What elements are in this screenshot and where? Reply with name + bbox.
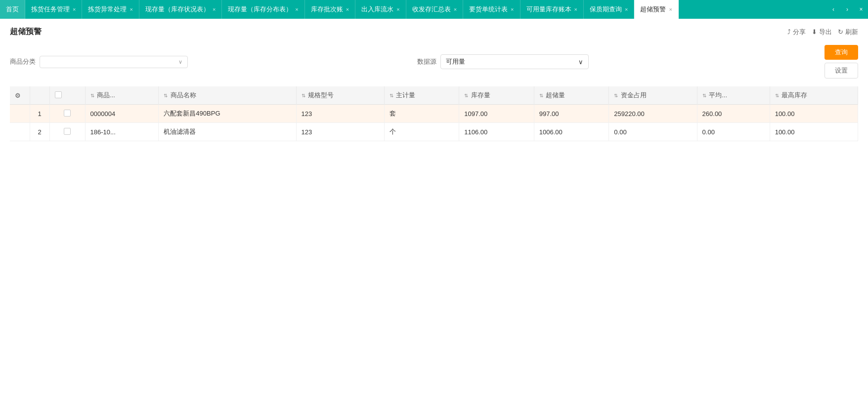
- share-button[interactable]: ⤴ 分享: [787, 28, 806, 37]
- close-icon[interactable]: ×: [73, 6, 76, 12]
- th-code[interactable]: ⇅ 商品...: [85, 86, 159, 105]
- page-title: 超储预警: [10, 27, 42, 37]
- nav-tab-available[interactable]: 可用量库存账本 ×: [521, 0, 584, 19]
- chevron-down-icon: ∨: [578, 58, 583, 66]
- datasource-label: 数据源: [417, 57, 436, 66]
- td-checkbox[interactable]: [49, 105, 85, 123]
- nav-tab-exception[interactable]: 拣货异常处理 ×: [82, 0, 139, 19]
- close-icon[interactable]: ×: [130, 6, 132, 12]
- td-unit: 个: [384, 123, 459, 141]
- datasource-select[interactable]: 可用量 ∨: [440, 54, 589, 69]
- td-over: 997.00: [534, 105, 609, 123]
- close-icon[interactable]: ×: [625, 6, 628, 12]
- nav-arrow-left[interactable]: ‹: [826, 0, 840, 19]
- nav-arrow-close[interactable]: ×: [854, 0, 868, 19]
- close-icon[interactable]: ×: [213, 6, 216, 12]
- td-spec: 123: [296, 123, 384, 141]
- sort-icon: ⇅: [390, 93, 393, 98]
- sort-icon: ⇅: [539, 93, 543, 98]
- td-capital: 259220.00: [609, 105, 697, 123]
- refresh-button[interactable]: ↻ 刷新: [838, 28, 858, 37]
- datasource-select-value: 可用量: [446, 57, 465, 66]
- row-checkbox[interactable]: [64, 110, 71, 117]
- td-avg: 260.00: [697, 105, 770, 123]
- filter-col-category: 商品分类 ∨: [10, 56, 407, 68]
- td-row-num: 2: [30, 123, 49, 141]
- td-stock: 1097.00: [459, 105, 534, 123]
- nav-tab-stock2[interactable]: 现存量（库存分布表） ×: [222, 0, 304, 19]
- setting-button[interactable]: 设置: [825, 63, 858, 79]
- nav-arrows: ‹ › ×: [826, 0, 868, 19]
- th-name[interactable]: ⇅ 商品名称: [159, 86, 296, 105]
- filter-col-datasource: 数据源 可用量 ∨: [417, 54, 815, 69]
- td-avg: 0.00: [697, 123, 770, 141]
- th-max[interactable]: ⇅ 最高库存: [770, 86, 858, 105]
- nav-tab-expiry[interactable]: 保质期查询 ×: [584, 0, 634, 19]
- page-content: 超储预警 ⤴ 分享 ⬇ 导出 ↻ 刷新 商品分类 ∨ 数据源: [0, 19, 868, 395]
- td-max: 100.00: [770, 123, 858, 141]
- td-code: 186-10...: [85, 123, 159, 141]
- close-icon[interactable]: ×: [669, 6, 672, 12]
- td-checkbox[interactable]: [49, 123, 85, 141]
- close-icon[interactable]: ×: [295, 6, 298, 12]
- th-over[interactable]: ⇅ 超储量: [534, 86, 609, 105]
- th-avg[interactable]: ⇅ 平均...: [697, 86, 770, 105]
- chevron-down-icon: ∨: [178, 59, 182, 65]
- nav-tab-summary[interactable]: 收发存汇总表 ×: [406, 0, 463, 19]
- close-icon[interactable]: ×: [396, 6, 399, 12]
- table-row: 1 0000004 六配套新昌490BPG 123 套 109: [10, 105, 858, 123]
- sort-icon: ⇅: [702, 93, 706, 98]
- td-code: 0000004: [85, 105, 159, 123]
- td-name: 机油滤清器: [159, 123, 296, 141]
- top-nav: 首页 拣货任务管理 × 拣货异常处理 × 现存量（库存状况表） × 现存量（库存…: [0, 0, 868, 19]
- nav-tab-home[interactable]: 首页: [0, 0, 25, 19]
- category-select[interactable]: ∨: [40, 56, 188, 68]
- table-header-row: ⚙ ⇅ 商品... ⇅ 商品名称 ⇅ 规格型号: [10, 86, 858, 105]
- th-stock[interactable]: ⇅ 库存量: [459, 86, 534, 105]
- td-spec: 123: [296, 105, 384, 123]
- category-label: 商品分类: [10, 57, 36, 66]
- th-unit[interactable]: ⇅ 主计量: [384, 86, 459, 105]
- sort-icon: ⇅: [614, 93, 618, 98]
- close-icon[interactable]: ×: [454, 6, 457, 12]
- close-icon[interactable]: ×: [346, 6, 349, 12]
- export-button[interactable]: ⬇ 导出: [812, 28, 832, 37]
- page-header: 超储预警 ⤴ 分享 ⬇ 导出 ↻ 刷新: [10, 27, 858, 37]
- nav-tab-flow[interactable]: 出入库流水 ×: [355, 0, 406, 19]
- select-all-checkbox[interactable]: [55, 91, 62, 98]
- row-checkbox[interactable]: [64, 128, 71, 135]
- sort-icon: ⇅: [90, 93, 94, 98]
- th-spec[interactable]: ⇅ 规格型号: [296, 86, 384, 105]
- filter-row: 商品分类 ∨ 数据源 可用量 ∨ 查询 设置: [10, 45, 858, 79]
- query-button[interactable]: 查询: [825, 45, 858, 60]
- gear-icon[interactable]: ⚙: [15, 92, 21, 99]
- td-empty: [10, 123, 30, 141]
- close-icon[interactable]: ×: [511, 6, 514, 12]
- nav-tab-task[interactable]: 拣货任务管理 ×: [25, 0, 82, 19]
- refresh-icon: ↻: [838, 28, 843, 36]
- td-over: 1006.00: [534, 123, 609, 141]
- td-name: 六配套新昌490BPG: [159, 105, 296, 123]
- td-capital: 0.00: [609, 123, 697, 141]
- nav-tab-order-stat[interactable]: 要货单统计表 ×: [463, 0, 520, 19]
- export-icon: ⬇: [812, 28, 817, 36]
- td-row-num: 1: [30, 105, 49, 123]
- th-capital[interactable]: ⇅ 资金占用: [609, 86, 697, 105]
- close-icon[interactable]: ×: [574, 6, 577, 12]
- sort-icon: ⇅: [775, 93, 779, 98]
- share-icon: ⤴: [787, 28, 791, 36]
- sort-icon: ⇅: [302, 93, 305, 98]
- th-checkbox: [49, 86, 85, 105]
- nav-tab-overstock[interactable]: 超储预警 ×: [634, 0, 678, 19]
- table-row: 2 186-10... 机油滤清器 123 个 1106.00: [10, 123, 858, 141]
- data-table: ⚙ ⇅ 商品... ⇅ 商品名称 ⇅ 规格型号: [10, 86, 858, 141]
- sort-icon: ⇅: [464, 93, 468, 98]
- nav-arrow-right[interactable]: ›: [840, 0, 854, 19]
- th-num: [30, 86, 49, 105]
- th-gear[interactable]: ⚙: [10, 86, 30, 105]
- nav-tab-stock1[interactable]: 现存量（库存状况表） ×: [139, 0, 222, 19]
- sort-icon: ⇅: [164, 93, 168, 98]
- td-unit: 套: [384, 105, 459, 123]
- nav-tab-batch[interactable]: 库存批次账 ×: [305, 0, 355, 19]
- header-actions: ⤴ 分享 ⬇ 导出 ↻ 刷新: [787, 28, 858, 37]
